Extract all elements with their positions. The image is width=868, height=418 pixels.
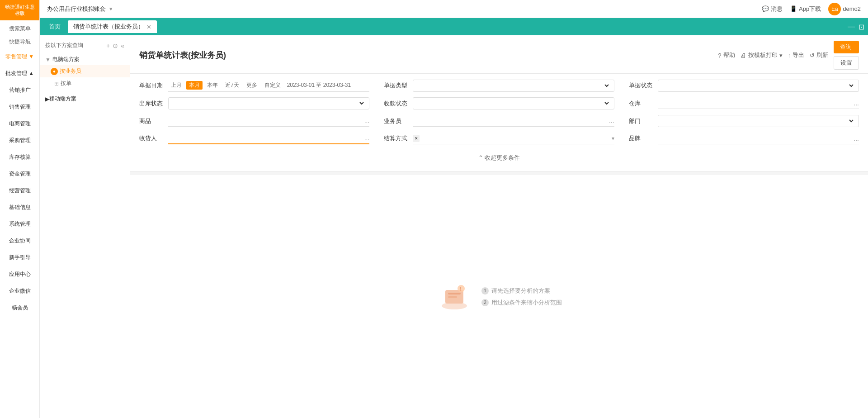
- settlement-tag-close[interactable]: ×: [415, 135, 418, 142]
- sidebar-item-purchase[interactable]: 采购管理: [0, 132, 39, 149]
- account-name[interactable]: 办公用品行业模拟账套: [47, 5, 106, 13]
- print-icon: 🖨: [741, 52, 746, 59]
- refresh-btn[interactable]: ↺ 刷新: [810, 51, 828, 59]
- tab-home[interactable]: 首页: [43, 20, 66, 33]
- order-status-select[interactable]: [662, 82, 855, 90]
- sidebar-item-enterprise[interactable]: 企业协同: [0, 233, 39, 249]
- sidebar-item-finance[interactable]: 资金管理: [0, 166, 39, 182]
- tab-sales-stat[interactable]: 销货单统计表（按业务员） ✕: [68, 20, 157, 33]
- export-label: 导出: [793, 51, 804, 59]
- add-scheme-icon[interactable]: +: [106, 42, 110, 49]
- sidebar: 畅捷通好生意 标版 搜索菜单 快捷导航 零售管理 ▼ 批发管理 ▲ 营销推广 销…: [0, 0, 40, 418]
- date-tab-current-month[interactable]: 本月: [186, 81, 203, 90]
- template-print-btn[interactable]: 🖨 按模板打印 ▾: [741, 51, 783, 59]
- settlement-control[interactable]: × ▾: [413, 133, 614, 144]
- sidebar-item-basic[interactable]: 基础信息: [0, 199, 39, 216]
- date-tab-current-year[interactable]: 本年: [204, 81, 221, 90]
- sidebar-item-ecom[interactable]: 电商管理: [0, 115, 39, 132]
- payment-select[interactable]: [417, 100, 610, 107]
- order-type-select[interactable]: [417, 82, 610, 90]
- sidebar-item-marketing[interactable]: 营销推广: [0, 82, 39, 99]
- expand-arrow-icon: ▼: [45, 57, 51, 63]
- tab-minimize-icon[interactable]: —: [848, 23, 855, 31]
- settlement-dropdown-icon[interactable]: ▾: [612, 135, 614, 142]
- department-control[interactable]: [658, 115, 859, 127]
- sidebar-item-label: 企业协同: [0, 237, 39, 245]
- filter-brand-item: 品牌 ...: [629, 133, 859, 144]
- sidebar-item-label: 企业微信: [0, 287, 39, 295]
- sidebar-item-sales[interactable]: 销售管理: [0, 99, 39, 115]
- scheme-group-desktop-title[interactable]: ▼ 电脑端方案: [40, 54, 130, 65]
- collapse-panel-icon[interactable]: «: [121, 42, 124, 49]
- department-select[interactable]: [662, 117, 855, 125]
- sidebar-item-label: 批发管理 ▲: [0, 70, 39, 77]
- stock-control[interactable]: [168, 97, 369, 109]
- help-btn[interactable]: ? 帮助: [718, 51, 735, 59]
- warehouse-dots[interactable]: ...: [854, 100, 859, 107]
- sidebar-item-newbie[interactable]: 新手引导: [0, 249, 39, 266]
- warehouse-control[interactable]: ...: [658, 98, 859, 109]
- query-action-group: 查询 设置: [834, 41, 859, 70]
- brand-dots[interactable]: ...: [854, 135, 859, 142]
- sidebar-item-label: 新手引导: [0, 254, 39, 261]
- edit-scheme-icon[interactable]: ⊙: [113, 42, 118, 49]
- dropdown-icon[interactable]: ▾: [109, 5, 113, 12]
- tab-maximize-icon[interactable]: ⊡: [859, 23, 864, 31]
- settings-button[interactable]: 设置: [834, 56, 859, 70]
- app-download-btn[interactable]: 📱 App下载: [790, 5, 821, 13]
- help-label: 帮助: [723, 51, 735, 59]
- filter-row-2: 出库状态 收款状态 仓库: [139, 97, 859, 109]
- scheme-item-by-order[interactable]: ⊞ 按单: [40, 77, 130, 90]
- panel-title: 按以下方案查询: [45, 42, 83, 49]
- consignee-dots[interactable]: ...: [364, 134, 370, 142]
- payment-control[interactable]: [413, 97, 614, 109]
- tab-close-icon[interactable]: ✕: [146, 24, 151, 30]
- order-type-label: 单据类型: [384, 81, 409, 90]
- collapse-btn[interactable]: ⌃ 收起更多条件: [139, 150, 859, 166]
- sidebar-item-operation[interactable]: 经营管理: [0, 182, 39, 199]
- export-btn[interactable]: ↑ 导出: [788, 51, 805, 59]
- tabbar-actions: — ⊡: [848, 23, 864, 31]
- sidebar-item-label: 经营管理: [0, 187, 39, 195]
- sidebar-item-label: 基础信息: [0, 204, 39, 211]
- sidebar-search[interactable]: 搜索菜单: [9, 20, 31, 35]
- sidebar-item-system[interactable]: 系统管理: [0, 216, 39, 233]
- brand-label: 品牌: [629, 134, 654, 142]
- empty-text: 1 请先选择要分析的方案 2 用过滤条件来缩小分析范围: [481, 285, 562, 309]
- query-button[interactable]: 查询: [834, 41, 859, 53]
- sidebar-item-member[interactable]: 畅会员: [0, 299, 39, 316]
- svg-rect-3: [448, 296, 457, 298]
- date-tab-more[interactable]: 更多: [244, 81, 260, 90]
- scheme-item-by-salesperson[interactable]: ● 按业务员: [40, 65, 130, 77]
- collapse-arrow-icon: ⌃: [478, 154, 485, 161]
- sidebar-item-label: 库存核算: [0, 153, 39, 161]
- goods-dots[interactable]: ...: [364, 117, 370, 124]
- sidebar-item-inventory[interactable]: 库存核算: [0, 149, 39, 166]
- sidebar-item-label: 系统管理: [0, 220, 39, 228]
- filter-payment-item: 收款状态: [384, 97, 614, 109]
- order-status-control[interactable]: [658, 80, 859, 92]
- date-tab-custom[interactable]: 自定义: [262, 81, 283, 90]
- sidebar-item-appcenter[interactable]: 应用中心: [0, 266, 39, 283]
- order-type-control[interactable]: [413, 80, 614, 92]
- scheme-group-mobile-label: 移动端方案: [49, 95, 76, 103]
- page-title: 销货单统计表(按业务员): [139, 50, 226, 61]
- date-tab-7days[interactable]: 近7天: [222, 81, 242, 90]
- brand-control[interactable]: ...: [658, 133, 859, 144]
- date-tab-last-month[interactable]: 上月: [168, 81, 184, 90]
- sidebar-item-wholesale[interactable]: 批发管理 ▲: [0, 65, 39, 82]
- date-tabs: 上月 本月 本年 近7天 更多 自定义: [168, 81, 283, 90]
- message-btn[interactable]: 💬 消息: [762, 5, 783, 13]
- sidebar-logo[interactable]: 畅捷通好生意 标版: [0, 0, 39, 20]
- goods-control[interactable]: ...: [168, 115, 369, 127]
- salesperson-dots[interactable]: ...: [609, 117, 614, 124]
- sidebar-item-corpwx[interactable]: 企业微信: [0, 283, 39, 299]
- sidebar-shortcut[interactable]: 快捷导航: [9, 35, 31, 48]
- stock-select[interactable]: [172, 100, 365, 107]
- sidebar-item-retail[interactable]: 零售管理 ▼: [0, 48, 39, 65]
- salesperson-control[interactable]: ...: [413, 115, 614, 127]
- user-avatar-btn[interactable]: Ea demo2: [828, 3, 861, 15]
- consignee-control[interactable]: ...: [168, 133, 369, 144]
- department-label: 部门: [629, 117, 654, 125]
- scheme-group-mobile-title[interactable]: ▶ 移动端方案: [40, 93, 130, 104]
